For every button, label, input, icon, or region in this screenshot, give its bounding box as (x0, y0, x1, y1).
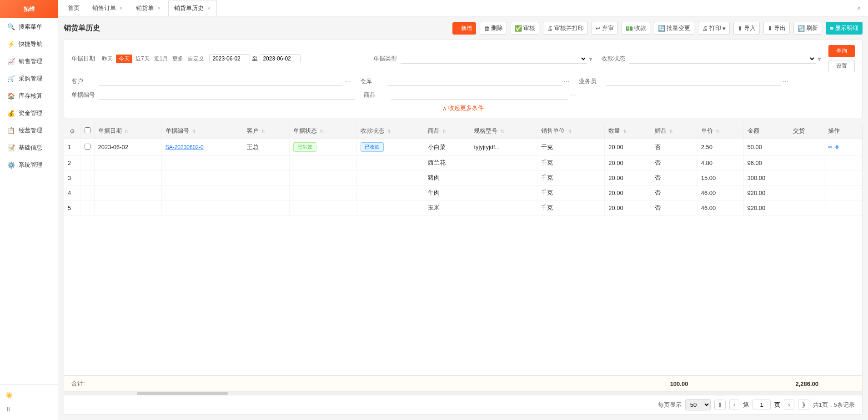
audit-button[interactable]: ✅ 审核 (511, 22, 539, 35)
shortcut-custom[interactable]: 自定义 (186, 55, 206, 63)
salesman-label: 业务员 (579, 77, 606, 85)
tab-sales-goods[interactable]: 销货单 × (130, 0, 167, 16)
cell-unitprice: 46.00 (697, 185, 743, 200)
cell-qty: 20.00 (605, 170, 651, 185)
docno-input[interactable] (99, 90, 355, 100)
per-page-select[interactable]: 50 10 20 100 (685, 399, 711, 410)
summary-row: 合计: 100.00 2,286.00 (64, 375, 862, 391)
sidebar-item-inventory[interactable]: 🏠 库存核算 (0, 87, 58, 105)
print-button[interactable]: 🖨 打印 ▾ (698, 22, 730, 35)
date-from-input[interactable] (209, 54, 250, 63)
cell-customer (243, 185, 290, 200)
th-gift-label: 赠品 (655, 127, 667, 134)
salesman-input[interactable] (606, 77, 781, 86)
date-shortcuts: 昨天 今天 近7天 近1月 更多 自定义 (100, 55, 206, 63)
goods-input[interactable] (391, 90, 568, 100)
shortcut-today[interactable]: 今天 (116, 55, 132, 63)
page-prev-btn[interactable]: ‹ (729, 400, 739, 410)
cell-checkbox (80, 139, 94, 155)
cell-paystatus (356, 185, 424, 200)
sidebar-item-label: 系统管理 (19, 161, 42, 169)
sidebar-item-biz[interactable]: 📋 经营管理 (0, 122, 58, 139)
show-detail-button[interactable]: ≡ 显示明细 (826, 22, 863, 35)
table-setting-icon[interactable]: ⚙ (70, 128, 75, 135)
search-icon: 🔍 (7, 23, 15, 30)
table-container: ⚙ 单据日期 ⇅ 单据编号 ⇅ (64, 123, 863, 415)
tab-sales-order[interactable]: 销售订单 × (86, 0, 129, 16)
th-qty-sort[interactable]: ⇅ (623, 129, 627, 134)
th-spec: 规格型号 ⇅ (470, 123, 537, 139)
cell-customer (243, 155, 290, 170)
abandon-button[interactable]: ↩ 弃审 (592, 22, 618, 35)
select-all-checkbox[interactable] (85, 127, 90, 133)
tab-close-all[interactable]: × (853, 5, 864, 12)
th-doc-date-sort[interactable]: ⇅ (125, 129, 128, 134)
paystatus-select[interactable] (629, 54, 816, 64)
export-button[interactable]: ⬇ 导出 (763, 22, 790, 35)
th-gift-sort[interactable]: ⇅ (669, 129, 673, 134)
cell-actions (824, 200, 862, 215)
th-doc-status-sort[interactable]: ⇅ (320, 129, 323, 134)
cell-checkbox (80, 170, 94, 185)
page-next-btn[interactable]: › (784, 400, 794, 410)
sidebar-item-search[interactable]: 🔍 搜索菜单 (0, 18, 58, 35)
th-customer-sort[interactable]: ⇅ (261, 129, 265, 134)
filter-goods-field: 商品 ··· (355, 90, 576, 100)
th-unit-price-sort[interactable]: ⇅ (716, 129, 719, 134)
print-dropdown-icon: ▾ (722, 25, 726, 32)
sidebar-item-quick-nav[interactable]: ⚡ 快捷导航 (0, 35, 58, 53)
tab-sales-goods-close[interactable]: × (156, 5, 161, 11)
cell-docdate (94, 200, 161, 215)
tab-home[interactable]: 首页 (62, 0, 85, 16)
sidebar-item-fund[interactable]: 💰 资金管理 (0, 105, 58, 122)
cell-gift: 否 (651, 200, 697, 215)
th-doc-no-sort[interactable]: ⇅ (192, 129, 196, 134)
view-btn[interactable]: 👁 (834, 144, 840, 150)
delete-button[interactable]: 🗑 删除 (480, 22, 507, 35)
tab-sales-order-close[interactable]: × (119, 5, 123, 11)
shortcut-1month[interactable]: 近1月 (153, 55, 170, 63)
collapse-button[interactable]: ∧ 收起更多条件 (442, 104, 484, 112)
warehouse-input[interactable] (387, 77, 562, 86)
row-checkbox[interactable] (85, 144, 90, 150)
horizontal-scroll[interactable] (64, 391, 862, 395)
doc-no-link[interactable]: SA-20230602-0 (166, 144, 204, 150)
collect-button[interactable]: 💵 收款 (622, 22, 650, 35)
customer-input[interactable] (99, 77, 343, 86)
date-to-input[interactable] (260, 54, 301, 63)
edit-btn[interactable]: ✏ (828, 144, 833, 150)
th-unit-price-label: 单价 (701, 127, 713, 134)
settings-button[interactable]: 设置 (828, 60, 855, 72)
page-num-input[interactable] (753, 400, 771, 410)
th-pay-status-sort[interactable]: ⇅ (387, 129, 391, 134)
batch-change-button[interactable]: 🔄 批量变更 (654, 22, 694, 35)
new-button[interactable]: + 新增 (452, 22, 476, 35)
th-unit-label: 销售单位 (541, 127, 565, 134)
shortcut-yesterday[interactable]: 昨天 (100, 55, 114, 63)
page-last-btn[interactable]: ⟫ (798, 400, 809, 410)
doctype-select[interactable] (401, 54, 587, 64)
paystatus-dots: ▾ (818, 55, 821, 63)
sidebar-item-basic[interactable]: 📝 基础信息 (0, 139, 58, 156)
shortcut-more[interactable]: 更多 (171, 55, 185, 63)
import-button[interactable]: ⬆ 导入 (733, 22, 760, 35)
th-spec-sort[interactable]: ⇅ (501, 129, 504, 134)
sidebar-item-system[interactable]: ⚙️ 系统管理 (0, 156, 58, 174)
cell-actions (824, 185, 862, 200)
import-icon: ⬆ (738, 25, 743, 32)
sidebar-item-sales[interactable]: 📈 销售管理 (0, 53, 58, 70)
th-unit-sort[interactable]: ⇅ (568, 129, 572, 134)
page-first-btn[interactable]: ⟪ (714, 400, 726, 410)
shortcut-7days[interactable]: 近7天 (134, 55, 151, 63)
refresh-button[interactable]: 🔃 刷新 (793, 22, 822, 35)
query-button[interactable]: 查询 (828, 45, 855, 57)
sidebar-item-purchase[interactable]: 🛒 采购管理 (0, 70, 58, 87)
cell-unitprice: 46.00 (697, 200, 743, 215)
audit-print-button[interactable]: 🖨 审核并打印 (543, 22, 588, 35)
tab-sales-history[interactable]: 销货单历史 × (168, 0, 217, 16)
tab-sales-history-close[interactable]: × (206, 5, 211, 11)
sidebar-bottom-item2[interactable]: ⏸ (0, 402, 58, 416)
sidebar-item-label: 经营管理 (19, 126, 42, 135)
sidebar-bottom-item1[interactable]: ☀️ (0, 388, 58, 402)
th-goods-sort[interactable]: ⇅ (442, 129, 446, 134)
